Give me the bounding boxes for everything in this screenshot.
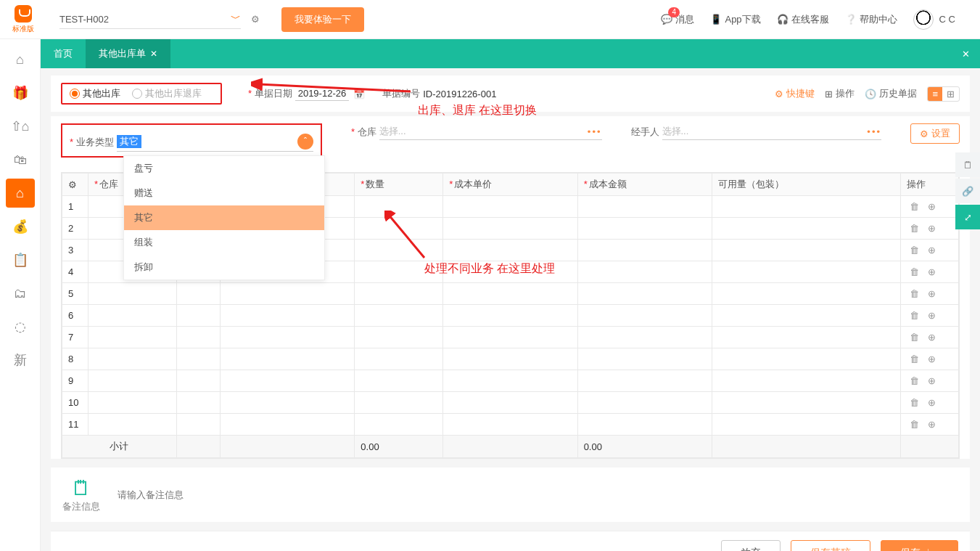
table-row[interactable]: 5 🗑 ⊕ xyxy=(62,283,959,305)
delete-icon[interactable]: 🗑 xyxy=(910,201,919,212)
business-type-label: 业务类型 xyxy=(70,136,114,149)
user-menu[interactable]: C C xyxy=(913,9,955,30)
save-draft-button[interactable]: 保存草稿 xyxy=(791,540,870,551)
tab-other-outbound[interactable]: 其他出库单 ✕ xyxy=(86,39,170,68)
dd-opt-zengsong[interactable]: 赠送 xyxy=(124,181,324,205)
tabs: 首页 其他出库单 ✕ ✕ xyxy=(41,39,980,68)
dd-opt-qita[interactable]: 其它 xyxy=(124,205,324,230)
radio-circle-icon xyxy=(132,89,142,99)
shortcut-label: 快捷键 xyxy=(786,87,815,100)
add-row-icon[interactable]: ⊕ xyxy=(928,397,936,408)
operator-field[interactable]: 经手人 选择... ••• xyxy=(631,123,882,140)
nav-finance-icon[interactable]: 💰 xyxy=(6,212,35,241)
tenant-name: TEST-H002 xyxy=(59,14,109,25)
app-download-button[interactable]: 📱 App下载 xyxy=(710,13,760,26)
table-row[interactable]: 6 🗑 ⊕ xyxy=(62,305,959,327)
cs-label: 在线客服 xyxy=(791,13,829,26)
nav-gift-icon[interactable]: 🎁 xyxy=(6,78,35,107)
dd-opt-zuzhuang[interactable]: 组装 xyxy=(124,230,324,255)
table-row[interactable]: 8 🗑 ⊕ xyxy=(62,348,959,370)
view-list-icon[interactable]: ≡ xyxy=(928,87,942,101)
more-icon[interactable]: ••• xyxy=(588,126,602,137)
dd-opt-pankui[interactable]: 盘亏 xyxy=(124,156,324,181)
dd-opt-chaixie[interactable]: 拆卸 xyxy=(124,255,324,279)
nav-purchase-icon[interactable]: ⇧⌂ xyxy=(6,112,35,141)
tenant-settings-icon[interactable]: ⚙ xyxy=(251,14,260,25)
nav-new-icon[interactable]: 新 xyxy=(6,346,35,375)
tab-home[interactable]: 首页 xyxy=(41,39,86,68)
logo[interactable]: 标准版 xyxy=(9,5,38,34)
close-all-tabs-button[interactable]: ✕ xyxy=(951,39,980,68)
delete-icon[interactable]: 🗑 xyxy=(910,266,919,277)
nav-contact-icon[interactable]: 🗂 xyxy=(6,279,35,308)
doc-date-value: 2019-12-26 xyxy=(295,86,350,101)
add-row-icon[interactable]: ⊕ xyxy=(928,223,936,234)
add-row-icon[interactable]: ⊕ xyxy=(928,375,936,386)
chevron-up-icon[interactable]: ˆ xyxy=(297,134,313,150)
doc-no-value: ID-20191226-001 xyxy=(423,89,496,99)
nav-warehouse-icon[interactable]: ⌂ xyxy=(6,179,35,208)
customer-service-button[interactable]: 🎧 在线客服 xyxy=(777,13,829,26)
tab-close-icon[interactable]: ✕ xyxy=(150,49,157,59)
shortcut-button[interactable]: ⚙快捷键 xyxy=(775,87,815,100)
col-settings[interactable]: ⚙ xyxy=(62,174,88,196)
add-row-icon[interactable]: ⊕ xyxy=(928,354,936,364)
nav-cycle-icon[interactable]: ◌ xyxy=(6,312,35,341)
discard-button[interactable]: 放弃 xyxy=(721,540,781,551)
nav-report-icon[interactable]: 📋 xyxy=(6,245,35,274)
tenant-selector[interactable]: TEST-H002 ﹀ xyxy=(59,9,241,29)
view-toggle: ≡ ⊞ xyxy=(927,86,960,102)
settings-button[interactable]: ⚙ 设置 xyxy=(910,123,960,144)
nav-home-icon[interactable]: ⌂ xyxy=(6,45,35,74)
remarks-section: 🗒 备注信息 xyxy=(51,468,970,522)
radio-outbound[interactable]: 其他出库 xyxy=(70,87,120,100)
add-row-icon[interactable]: ⊕ xyxy=(928,332,936,343)
add-row-icon[interactable]: ⊕ xyxy=(928,266,936,277)
delete-icon[interactable]: 🗑 xyxy=(910,223,919,234)
operate-button[interactable]: ⊞操作 xyxy=(825,87,855,100)
view-card-icon[interactable]: ⊞ xyxy=(942,87,959,101)
delete-icon[interactable]: 🗑 xyxy=(910,397,919,408)
table-row[interactable]: 7 🗑 ⊕ xyxy=(62,327,959,348)
add-row-icon[interactable]: ⊕ xyxy=(928,288,936,299)
table-row[interactable]: 11 🗑 ⊕ xyxy=(62,414,959,436)
rail-expand-icon[interactable]: ⤢ xyxy=(955,205,980,229)
nav-sale-icon[interactable]: 🛍 xyxy=(6,145,35,174)
delete-icon[interactable]: 🗑 xyxy=(910,245,919,256)
messages-badge: 4 xyxy=(668,7,680,17)
rail-link-icon[interactable]: 🔗 xyxy=(955,179,980,203)
table-row[interactable]: 10 🗑 ⊕ xyxy=(62,392,959,414)
phone-icon: 📱 xyxy=(710,14,722,25)
rail-note-icon[interactable]: 🗒 xyxy=(955,152,980,177)
chevron-down-icon: ﹀ xyxy=(231,12,241,25)
chevron-down-icon[interactable]: ▾ xyxy=(928,549,939,552)
delete-icon[interactable]: 🗑 xyxy=(910,288,919,299)
topbar: 标准版 TEST-H002 ﹀ ⚙ 我要体验一下 💬 消息 4 📱 App下载 … xyxy=(0,0,980,39)
save-button[interactable]: 保存 ▾ xyxy=(881,540,958,551)
doc-date-field[interactable]: 单据日期 2019-12-26 📅 xyxy=(248,86,365,101)
add-row-icon[interactable]: ⊕ xyxy=(928,310,936,321)
help-center-button[interactable]: ❔ 帮助中心 xyxy=(845,13,897,26)
add-row-icon[interactable]: ⊕ xyxy=(928,419,936,430)
messages-button[interactable]: 💬 消息 4 xyxy=(661,13,694,26)
history-button[interactable]: 🕓历史单据 xyxy=(865,87,917,100)
radio-return[interactable]: 其他出库退库 xyxy=(132,87,202,100)
col-qty: *数量 xyxy=(355,174,443,196)
delete-icon[interactable]: 🗑 xyxy=(910,332,919,343)
business-type-select[interactable]: 其它 ˆ xyxy=(117,132,313,152)
add-row-icon[interactable]: ⊕ xyxy=(928,245,936,256)
table-row[interactable]: 9 🗑 ⊕ xyxy=(62,370,959,392)
calendar-icon[interactable]: 📅 xyxy=(353,89,365,99)
radio-dot-icon xyxy=(70,89,80,99)
delete-icon[interactable]: 🗑 xyxy=(910,354,919,364)
delete-icon[interactable]: 🗑 xyxy=(910,375,919,386)
more-icon[interactable]: ••• xyxy=(867,126,881,137)
headset-icon: 🎧 xyxy=(777,14,788,25)
delete-icon[interactable]: 🗑 xyxy=(910,419,919,430)
try-button[interactable]: 我要体验一下 xyxy=(281,7,364,32)
remarks-input[interactable] xyxy=(118,489,958,500)
history-label: 历史单据 xyxy=(879,87,917,100)
delete-icon[interactable]: 🗑 xyxy=(910,310,919,321)
add-row-icon[interactable]: ⊕ xyxy=(928,201,936,212)
warehouse-field[interactable]: 仓库 选择... ••• xyxy=(351,123,602,140)
